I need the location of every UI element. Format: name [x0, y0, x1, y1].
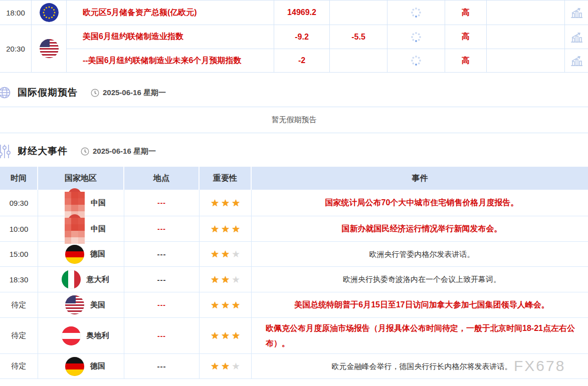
- event-description: 美国总统特朗普于6月15日至17日访问加拿大参加七国集团领导人峰会。: [252, 292, 588, 318]
- event-country: 美国: [90, 300, 105, 310]
- eco-actual: -2: [274, 49, 330, 73]
- event-description: 欧洲央行执委奇波洛内在一个会议上致开幕词。: [252, 267, 588, 292]
- events-section-header: 财经大事件 2025-06-16 星期一: [0, 142, 588, 160]
- flag-icon-eu: [32, 1, 67, 25]
- eco-importance: 高: [445, 25, 487, 49]
- chart-detail-icon[interactable]: [565, 1, 588, 25]
- eco-time: 20:30: [0, 25, 32, 73]
- event-time: 10:00: [0, 216, 38, 242]
- event-location: ---: [124, 267, 200, 292]
- chart-detail-icon[interactable]: [565, 25, 588, 49]
- importance-stars: ★★★: [211, 360, 240, 372]
- clock-icon: [81, 147, 89, 156]
- holiday-section-header: 国际假期预告 2025-06-16 星期一: [0, 84, 588, 102]
- event-description: 国家统计局公布70个大中城市住宅销售价格月度报告。: [252, 190, 588, 216]
- importance-stars: ★★★: [211, 299, 240, 311]
- event-time: 待定: [0, 318, 38, 354]
- flag-icon-germany: [65, 357, 84, 376]
- eco-actual: -9.2: [274, 25, 330, 49]
- eco-empty-cell: [487, 25, 565, 49]
- event-description: 欧洲央行管委内格尔发表讲话。: [252, 242, 588, 267]
- events-section-date: 2025-06-16 星期一: [81, 147, 156, 156]
- holiday-empty-message: 暂无假期预告: [0, 107, 588, 133]
- event-time: 待定: [0, 354, 38, 379]
- eco-indicator: 欧元区5月储备资产总额(亿欧元): [67, 1, 274, 25]
- event-time: 待定: [0, 292, 38, 318]
- header-location: 地点: [124, 167, 200, 190]
- events-table: 时间 国家地区 地点 重要性 事件 09:30 中国 --- ★★★ 国家统计局…: [0, 167, 588, 379]
- importance-stars: ★★★: [211, 197, 240, 209]
- flag-icon-china-pixelated: [65, 218, 85, 244]
- importance-stars: ★★★: [211, 274, 240, 285]
- eco-empty-cell: [487, 49, 565, 73]
- fx678-watermark: FX678: [514, 357, 565, 374]
- loading-spinner-icon: [387, 1, 445, 25]
- event-location: ---: [124, 242, 200, 267]
- event-location: ---: [124, 190, 200, 216]
- loading-spinner-icon: [387, 49, 445, 73]
- importance-stars: ★★★: [211, 330, 240, 341]
- header-country: 国家地区: [38, 167, 124, 190]
- event-location: ---: [124, 292, 200, 318]
- event-description: 欧佩克公布月度原油市场报告（月报具体公布时间待定，一般于北京时间18-21点左右…: [252, 318, 588, 354]
- eco-empty-cell: [487, 1, 565, 25]
- flag-icon-austria: [62, 326, 81, 345]
- eco-importance: 高: [445, 1, 487, 25]
- flag-icon-usa: [65, 295, 84, 314]
- header-time: 时间: [0, 167, 38, 190]
- header-event: 事件: [252, 167, 588, 190]
- chart-detail-icon[interactable]: [565, 49, 588, 73]
- eco-time: 18:00: [0, 1, 32, 25]
- event-country: 中国: [91, 224, 106, 234]
- event-country: 德国: [90, 361, 105, 371]
- holiday-section-title: 国际假期预告: [18, 86, 78, 99]
- flag-icon-us: [32, 25, 67, 73]
- flag-icon-germany: [65, 245, 84, 264]
- event-country: 奥地利: [87, 331, 109, 340]
- eco-forecast: [330, 49, 387, 73]
- event-time: 15:00: [0, 242, 38, 267]
- eco-importance: 高: [445, 49, 487, 73]
- event-location: ---: [124, 216, 200, 242]
- sliders-icon: [0, 144, 13, 159]
- event-country: 意大利: [87, 275, 109, 284]
- eco-forecast: -5.5: [330, 25, 387, 49]
- event-country: 中国: [91, 198, 106, 208]
- clock-icon: [91, 89, 99, 97]
- event-location: ---: [124, 354, 200, 379]
- eco-forecast: [330, 1, 387, 25]
- event-time: 18:30: [0, 267, 38, 292]
- event-country: 德国: [90, 249, 105, 259]
- event-time: 09:30: [0, 190, 38, 216]
- flag-icon-italy: [62, 270, 81, 289]
- importance-stars: ★★★: [211, 223, 240, 235]
- eco-indicator: --美国6月纽约联储制造业未来6个月预期指数: [67, 49, 274, 73]
- holiday-section-date: 2025-06-16 星期一: [91, 88, 166, 98]
- event-description: 国新办就国民经济运行情况举行新闻发布会。: [252, 216, 588, 242]
- header-importance: 重要性: [200, 167, 252, 190]
- importance-stars: ★★★: [211, 248, 240, 260]
- eco-indicator: 美国6月纽约联储制造业指数: [67, 25, 274, 49]
- eco-actual: 14969.2: [274, 1, 330, 25]
- loading-spinner-icon: [387, 25, 445, 49]
- globe-icon: [0, 86, 13, 100]
- events-section-title: 财经大事件: [18, 145, 68, 158]
- economic-data-table: 18:00 欧元区5月储备资产总额(亿欧元) 14969.2 高: [0, 0, 588, 73]
- event-location: ---: [124, 318, 200, 354]
